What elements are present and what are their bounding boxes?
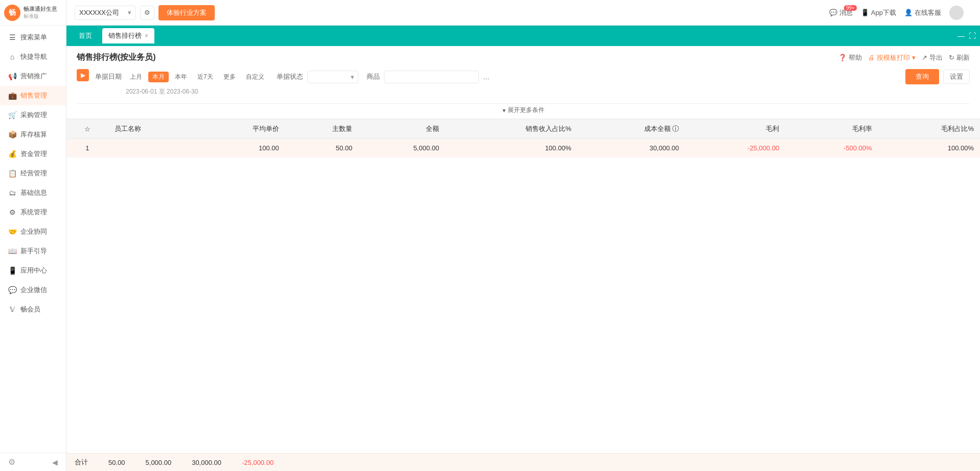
sidebar-item-app[interactable]: 📱 应用中心 (0, 261, 66, 280)
expand-icon: ▾ (503, 107, 506, 114)
company-select[interactable]: XXXXXX公司 ▾ (75, 6, 136, 20)
sidebar-item-member[interactable]: 𝕍 畅会员 (0, 300, 66, 319)
col-avg-price: 平均单价 (197, 119, 285, 139)
message-icon: 💬 (829, 9, 837, 16)
tab-maximize-icon[interactable]: ⛶ (969, 32, 976, 40)
topbar-right: 💬 消息 99+ 📱 App下载 👤 在线客服 (829, 6, 972, 20)
more-filter-icon[interactable]: … (483, 73, 490, 81)
print-icon: 🖨 (868, 54, 875, 61)
date-opt-year[interactable]: 本年 (171, 72, 191, 82)
topbar: XXXXXX公司 ▾ ⚙ 体验行业方案 💬 消息 99+ 📱 App下载 👤 在… (66, 0, 980, 26)
tab-label: 销售排行榜 (108, 31, 142, 40)
footer-qty: 50.00 (108, 459, 125, 466)
query-button[interactable]: 查询 (905, 69, 939, 84)
help-button[interactable]: ❓ 帮助 (838, 53, 862, 62)
tab-close-icon[interactable]: × (145, 32, 148, 39)
date-label: 单据日期 (95, 72, 122, 81)
page-title-row: 销售排行榜(按业务员) ❓ 帮助 🖨 按模板打印 ▾ ↗ 导出 (77, 52, 970, 63)
status-select[interactable] (307, 71, 358, 83)
member-icon: 𝕍 (8, 305, 16, 313)
sidebar-item-finance[interactable]: 💰 资金管理 (0, 144, 66, 164)
col-profit-pct: 毛利占比% (878, 119, 980, 139)
app-icon: 📱 (8, 266, 16, 275)
app-download-button[interactable]: 📱 App下载 (861, 8, 896, 17)
logo-name: 畅康通好生意 (24, 5, 57, 12)
message-button[interactable]: 💬 消息 99+ (829, 8, 853, 17)
date-opt-prev[interactable]: 上月 (126, 72, 146, 82)
weixin-icon: 💬 (8, 286, 16, 294)
col-profit: 毛利 (685, 119, 785, 139)
sales-icon: 💼 (8, 92, 16, 100)
table-wrap: ☆ 员工名称 平均单价 主数量 全额 销售收入占比% 成本全额 ⓘ 毛利 毛利率… (66, 119, 980, 453)
chevron-down-icon: ▾ (128, 9, 131, 16)
bottom-bar: 合计 50.00 5,000.00 30,000.00 -25,000.00 (66, 453, 980, 471)
avatar[interactable] (949, 6, 964, 20)
cell-profit-pct: 100.00% (878, 139, 980, 158)
sidebar-item-label: 基础信息 (20, 188, 47, 197)
logo-icon: 畅 (4, 5, 20, 21)
sidebar-item-operations[interactable]: 📋 经营管理 (0, 164, 66, 183)
filter-collapse-arrow[interactable]: ▶ (77, 69, 89, 81)
print-button[interactable]: 🖨 按模板打印 ▾ (868, 53, 916, 62)
gear-button[interactable]: ⚙ (140, 6, 154, 20)
sidebar-item-guide[interactable]: 📖 新手引导 (0, 241, 66, 261)
cell-amount: 5,000.00 (358, 139, 445, 158)
date-opt-cur[interactable]: 本月 (148, 72, 169, 82)
sidebar-item-marketing[interactable]: 📢 营销推广 (0, 66, 66, 86)
search-icon: ☰ (8, 33, 16, 41)
purchase-icon: 🛒 (8, 111, 16, 119)
tab-minimize-icon[interactable]: — (958, 32, 965, 40)
page-header: 销售排行榜(按业务员) ❓ 帮助 🖨 按模板打印 ▾ ↗ 导出 (66, 46, 980, 119)
finance-icon: 💰 (8, 150, 16, 158)
service-button[interactable]: 👤 在线客服 (904, 8, 941, 17)
industry-button[interactable]: 体验行业方案 (158, 5, 215, 20)
table-row: 1 100.00 50.00 5,000.00 100.00% 30,000.0… (66, 139, 980, 158)
company-name: XXXXXX公司 (79, 8, 119, 17)
sidebar-item-sales[interactable]: 💼 销售管理 (0, 86, 66, 105)
basic-icon: 🗂 (8, 189, 16, 197)
expand-button[interactable]: ▾ 展开更多条件 (503, 106, 544, 115)
sidebar-item-search[interactable]: ☰ 搜索菜单 (0, 28, 66, 47)
sidebar-item-label: 库存核算 (20, 130, 47, 139)
cell-profit: -25,000.00 (685, 139, 785, 158)
sidebar-item-weixin[interactable]: 💬 企业微信 (0, 280, 66, 300)
filter-row: 单据日期 上月 本月 本年 近7天 更多 自定义 (95, 69, 970, 89)
page-actions: ❓ 帮助 🖨 按模板打印 ▾ ↗ 导出 ↻ 刷新 (838, 53, 970, 62)
sidebar-collapse-icon[interactable]: ◀ (52, 458, 58, 466)
sidebar-item-label: 资金管理 (20, 149, 47, 159)
service-icon: 👤 (904, 9, 913, 16)
date-opt-7d[interactable]: 近7天 (193, 72, 217, 82)
home-icon: ⌂ (8, 53, 16, 61)
print-chevron-icon: ▾ (912, 54, 916, 61)
sidebar-settings-icon[interactable]: ⚙ (8, 457, 15, 467)
date-opt-custom[interactable]: 自定义 (242, 72, 268, 82)
sidebar-item-basic[interactable]: 🗂 基础信息 (0, 183, 66, 203)
sidebar-item-label: 畅会员 (20, 305, 40, 314)
col-rank: ☆ (66, 119, 108, 139)
sidebar-item-inventory[interactable]: 📦 库存核算 (0, 125, 66, 144)
col-profit-rate: 毛利率 (785, 119, 878, 139)
status-select-wrap (307, 71, 358, 83)
export-button[interactable]: ↗ 导出 (922, 53, 943, 62)
sidebar-item-system[interactable]: ⚙ 系统管理 (0, 203, 66, 222)
sidebar-item-label: 快捷导航 (20, 52, 47, 61)
sidebar-item-label: 系统管理 (20, 208, 47, 217)
date-range-display: 2023-06-01 至 2023-06-30 (126, 88, 198, 95)
operations-icon: 📋 (8, 169, 16, 177)
sidebar-item-quick[interactable]: ⌂ 快捷导航 (0, 47, 66, 66)
sidebar-item-label: 应用中心 (20, 266, 47, 275)
system-icon: ⚙ (8, 208, 16, 216)
tab-sales-ranking[interactable]: 销售排行榜 × (102, 28, 154, 43)
tab-home[interactable]: 首页 (71, 26, 100, 46)
goods-input[interactable] (384, 71, 479, 83)
marketing-icon: 📢 (8, 72, 16, 80)
refresh-button[interactable]: ↻ 刷新 (949, 53, 970, 62)
sidebar-item-purchase[interactable]: 🛒 采购管理 (0, 105, 66, 125)
tabbar: 首页 销售排行榜 × — ⛶ (66, 26, 980, 46)
settings-button[interactable]: 设置 (943, 70, 970, 84)
sidebar-item-collab[interactable]: 🤝 企业协同 (0, 222, 66, 241)
date-opt-more[interactable]: 更多 (219, 72, 240, 82)
data-table: ☆ 员工名称 平均单价 主数量 全额 销售收入占比% 成本全额 ⓘ 毛利 毛利率… (66, 119, 980, 158)
date-filter-group: 单据日期 上月 本月 本年 近7天 更多 自定义 (95, 72, 268, 82)
sidebar-item-label: 销售管理 (20, 91, 47, 100)
